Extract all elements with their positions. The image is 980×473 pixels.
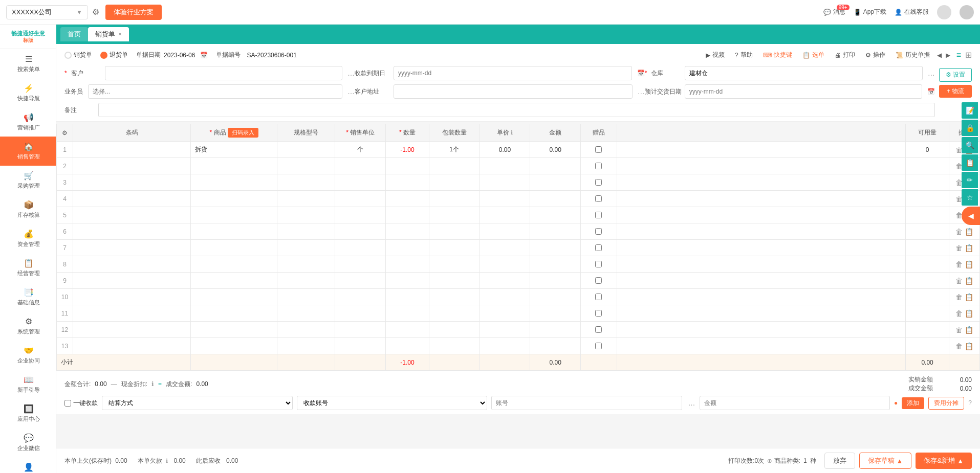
row-amount-4[interactable]	[530, 191, 581, 207]
copy-icon-9[interactable]: 📋	[965, 277, 973, 285]
save-new-btn[interactable]: 保存&新增 ▲	[916, 453, 972, 469]
sidebar-item-purchase[interactable]: 🛒 采购管理	[0, 166, 56, 195]
calc-method-select[interactable]: 结算方式	[102, 396, 293, 410]
payment-checkbox[interactable]	[64, 400, 71, 407]
float-btn-4[interactable]: 📋	[962, 154, 978, 171]
float-btn-2[interactable]: 🔒	[962, 120, 978, 136]
help-btn[interactable]: ? 帮助	[732, 49, 756, 61]
row-barcode-3[interactable]	[73, 174, 191, 191]
row-price-3[interactable]	[480, 174, 530, 191]
row-qty-10[interactable]	[386, 289, 429, 305]
row-goods-5[interactable]	[191, 207, 277, 223]
copy-icon-12[interactable]: 📋	[965, 326, 973, 334]
sidebar-item-search[interactable]: ☰ 搜索菜单	[0, 49, 56, 78]
row-unit-1[interactable]: 个	[335, 142, 386, 158]
row-goods-6[interactable]	[191, 223, 277, 240]
row-barcode-1[interactable]	[73, 142, 191, 158]
row-op-9[interactable]: 🗑 📋	[949, 273, 980, 289]
row-pack-13[interactable]	[429, 338, 480, 354]
row-pack-9[interactable]	[429, 273, 480, 289]
add-payment-btn[interactable]: 添加	[902, 397, 924, 409]
copy-icon-10[interactable]: 📋	[965, 293, 973, 301]
print-btn[interactable]: 🖨 打印	[832, 49, 858, 61]
radio-sales[interactable]: 销货单	[64, 51, 92, 59]
row-spec-2[interactable]	[277, 158, 335, 174]
row-op-13[interactable]: 🗑 📋	[949, 338, 980, 354]
bank-account-select[interactable]: 收款账号	[297, 396, 488, 410]
row-op-6[interactable]: 🗑 📋	[949, 223, 980, 240]
tab-sales-order[interactable]: 销货单 ×	[88, 27, 129, 41]
row-goods-9[interactable]	[191, 273, 277, 289]
gift-checkbox-13[interactable]	[595, 343, 602, 349]
row-amount-2[interactable]	[530, 158, 581, 174]
copy-icon-6[interactable]: 📋	[965, 228, 973, 236]
sidebar-item-sales[interactable]: 🏠 销售管理	[0, 137, 56, 166]
row-spec-11[interactable]	[277, 305, 335, 322]
add-payment-circle-icon[interactable]: ●	[894, 399, 898, 407]
operate-btn[interactable]: ⚙ 操作	[862, 49, 888, 61]
row-pack-11[interactable]	[429, 305, 480, 322]
gift-checkbox-10[interactable]	[595, 294, 602, 300]
row-qty-8[interactable]	[386, 256, 429, 273]
row-gift-6[interactable]	[581, 223, 617, 240]
row-pack-1[interactable]: 1个	[429, 142, 480, 158]
row-op-8[interactable]: 🗑 📋	[949, 256, 980, 273]
row-qty-5[interactable]	[386, 207, 429, 223]
row-goods-13[interactable]	[191, 338, 277, 354]
row-gift-12[interactable]	[581, 322, 617, 338]
row-barcode-5[interactable]	[73, 207, 191, 223]
row-barcode-10[interactable]	[73, 289, 191, 305]
warehouse-dots-icon[interactable]: …	[928, 69, 935, 77]
row-barcode-8[interactable]	[73, 256, 191, 273]
row-pack-5[interactable]	[429, 207, 480, 223]
row-op-7[interactable]: 🗑 📋	[949, 240, 980, 256]
row-price-5[interactable]	[480, 207, 530, 223]
row-amount-9[interactable]	[530, 273, 581, 289]
payment-date-cal-icon[interactable]: 📅	[637, 70, 645, 77]
gift-checkbox-4[interactable]	[595, 195, 602, 202]
sidebar-item-member[interactable]: 👤 畅会员	[0, 457, 56, 473]
row-price-9[interactable]	[480, 273, 530, 289]
row-price-4[interactable]	[480, 191, 530, 207]
bank-dots-icon[interactable]: …	[688, 399, 695, 407]
row-price-1[interactable]: 0.00	[480, 142, 530, 158]
fenpai-btn[interactable]: 费用分摊	[928, 397, 964, 410]
row-price-13[interactable]	[480, 338, 530, 354]
row-op-11[interactable]: 🗑 📋	[949, 305, 980, 322]
row-spec-5[interactable]	[277, 207, 335, 223]
row-goods-1[interactable]: 拆货	[191, 142, 277, 158]
row-spec-1[interactable]	[277, 142, 335, 158]
row-barcode-9[interactable]	[73, 273, 191, 289]
row-spec-7[interactable]	[277, 240, 335, 256]
row-qty-9[interactable]	[386, 273, 429, 289]
row-unit-7[interactable]	[335, 240, 386, 256]
copy-icon-11[interactable]: 📋	[965, 309, 973, 318]
sidebar-item-inventory[interactable]: 📦 库存核算	[0, 195, 56, 224]
row-amount-12[interactable]	[530, 322, 581, 338]
gift-checkbox-2[interactable]	[595, 163, 602, 169]
calendar-icon[interactable]: 📅	[200, 52, 208, 59]
delete-icon-11[interactable]: 🗑	[955, 309, 963, 318]
expected-date-cal-icon[interactable]: 📅	[927, 88, 935, 95]
row-unit-8[interactable]	[335, 256, 386, 273]
gift-checkbox-1[interactable]	[595, 146, 602, 153]
row-pack-4[interactable]	[429, 191, 480, 207]
gift-checkbox-7[interactable]	[595, 244, 602, 251]
row-qty-13[interactable]	[386, 338, 429, 354]
row-spec-6[interactable]	[277, 223, 335, 240]
row-qty-7[interactable]	[386, 240, 429, 256]
row-gift-8[interactable]	[581, 256, 617, 273]
sidebar-item-appstore[interactable]: 🔲 应用中心	[0, 399, 56, 428]
row-goods-4[interactable]	[191, 191, 277, 207]
row-barcode-11[interactable]	[73, 305, 191, 322]
row-amount-5[interactable]	[530, 207, 581, 223]
row-pack-12[interactable]	[429, 322, 480, 338]
row-price-8[interactable]	[480, 256, 530, 273]
customer-dots-icon[interactable]: …	[347, 69, 355, 77]
history-btn[interactable]: 📜 历史单据	[892, 49, 933, 61]
row-gift-4[interactable]	[581, 191, 617, 207]
sidebar-item-marketing[interactable]: 📢 营销推广	[0, 107, 56, 137]
th-settings[interactable]: ⚙	[57, 124, 73, 142]
row-qty-6[interactable]	[386, 223, 429, 240]
row-price-6[interactable]	[480, 223, 530, 240]
